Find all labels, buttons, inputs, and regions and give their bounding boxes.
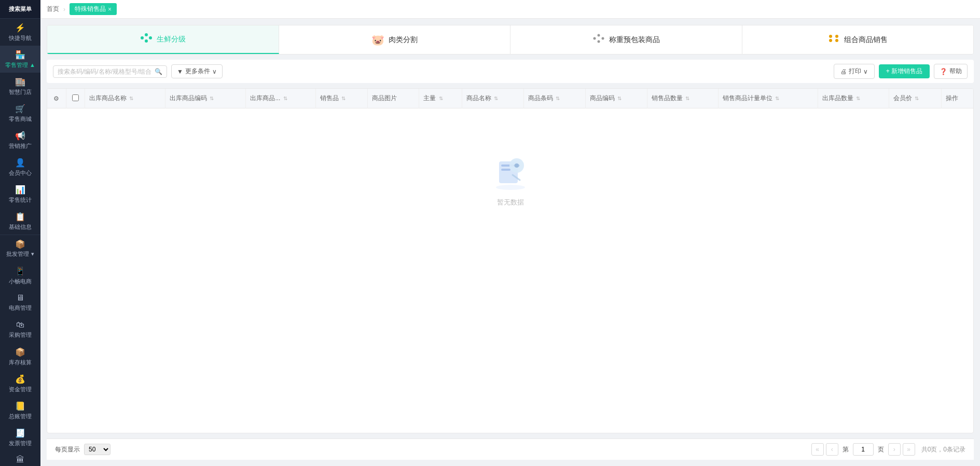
sidebar-item-label: 库存核算 (9, 359, 32, 366)
svg-point-11 (835, 39, 838, 42)
toolbar-right: 🖨 打印 ∨ + 新增销售品 ❓ 帮助 (834, 64, 968, 79)
active-tab[interactable]: 特殊销售品 × (70, 3, 117, 15)
th-gear[interactable]: ⚙ (47, 89, 66, 108)
svg-point-4 (593, 37, 596, 40)
last-page-button[interactable]: » (903, 443, 915, 456)
page-input[interactable] (853, 443, 874, 456)
next-page-button[interactable]: › (888, 443, 901, 456)
active-tab-label: 特殊销售品 (75, 5, 106, 13)
page-label: 页 (878, 445, 884, 454)
sidebar-item-smart-store[interactable]: 🏬 智慧门店 (0, 73, 40, 100)
sort-out-qty[interactable]: ⇅ (856, 95, 860, 101)
sidebar-item-label: 资金管理 (9, 386, 32, 393)
tab-fresh-grade-label: 生鲜分级 (157, 35, 186, 44)
per-page-select[interactable]: 50 20 100 200 (84, 444, 111, 455)
sidebar-item-retail-mgmt[interactable]: 🏪 零售管理 ▲ (0, 46, 40, 73)
th-out-qty: 出库品数量 ⇅ (818, 89, 889, 108)
pagination-bar: 每页显示 50 20 100 200 « ‹ 第 页 › » 共0页，0条记录 (47, 438, 974, 460)
svg-point-17 (515, 163, 519, 168)
sidebar-item-label: 批发管理 ▾ (6, 250, 34, 258)
first-page-button[interactable]: « (811, 443, 824, 456)
sidebar-item-mini-ecom[interactable]: 📱 小畅电商 (0, 262, 40, 289)
sidebar-item-tax[interactable]: 🏛 税务管理 (0, 451, 40, 466)
finance-icon: 💰 (15, 374, 25, 384)
sort-sale-qty[interactable]: ⇅ (685, 95, 689, 101)
prev-page-button[interactable]: ‹ (826, 443, 838, 456)
th-sale-qty: 销售品数量 ⇅ (647, 89, 718, 108)
quick-nav-icon: ⚡ (15, 23, 25, 33)
th-check[interactable] (66, 89, 85, 108)
tab-weight-prepack-label: 称重预包装商品 (609, 35, 660, 45)
main-content: 首页 › 特殊销售品 × 生鲜分级 (40, 0, 980, 466)
help-button[interactable]: ❓ 帮助 (934, 64, 968, 79)
sidebar-item-basic-info[interactable]: 📋 基础信息 (0, 208, 40, 235)
sort-member-price[interactable]: ⇅ (915, 95, 919, 101)
sidebar-item-label: 基础信息 (9, 223, 32, 231)
gear-icon: ⚙ (53, 95, 59, 102)
print-label: 打印 (849, 67, 861, 76)
print-icon: 🖨 (840, 68, 847, 75)
sidebar-item-label: 智慧门店 (9, 88, 32, 96)
help-label: 帮助 (949, 67, 962, 76)
add-sale-item-button[interactable]: + 新增销售品 (879, 64, 930, 78)
svg-rect-15 (501, 169, 510, 171)
sidebar-item-inventory[interactable]: 📦 库存核算 (0, 343, 40, 370)
sidebar-item-ecom-mgmt[interactable]: 🖥 电商管理 (0, 289, 40, 316)
sidebar-item-wholesale-mgmt[interactable]: 📦 批发管理 ▾ (0, 235, 40, 262)
sort-out-code[interactable]: ⇅ (210, 95, 214, 101)
filter-icon: ▼ (177, 68, 183, 75)
sidebar-item-label: 零售统计 (9, 196, 32, 204)
sidebar-item-purchase-mgmt[interactable]: 🛍 采购管理 (0, 316, 40, 343)
type-tabs: 生鲜分级 🐷 肉类分割 称重预包装商品 (47, 25, 974, 54)
sidebar-item-retail-mall[interactable]: 🛒 零售商城 (0, 100, 40, 127)
sidebar-item-invoice[interactable]: 🧾 发票管理 (0, 424, 40, 451)
close-tab-button[interactable]: × (108, 6, 112, 13)
sidebar-item-retail-stats[interactable]: 📊 零售统计 (0, 181, 40, 208)
tab-fresh-grade[interactable]: 生鲜分级 (47, 25, 279, 54)
search-input[interactable] (58, 68, 153, 75)
th-operation: 操作 (941, 89, 973, 108)
tab-meat-cut-label: 肉类分割 (389, 35, 418, 45)
retail-stats-icon: 📊 (15, 185, 25, 195)
sidebar-item-sales-promo[interactable]: 📢 营销推广 (0, 127, 40, 154)
sidebar-item-quick-nav[interactable]: ⚡ 快捷导航 (0, 19, 40, 46)
sidebar-item-finance[interactable]: 💰 资金管理 (0, 370, 40, 397)
filter-button[interactable]: ▼ 更多条件 ∨ (171, 64, 223, 78)
data-table: ⚙ 出库商品名称 ⇅ 出库商品编码 ⇅ (47, 89, 973, 249)
sort-sale-item[interactable]: ⇅ (341, 95, 346, 101)
sort-product-name[interactable]: ⇅ (494, 95, 498, 101)
th-sale-unit: 销售商品计量单位 ⇅ (718, 89, 818, 108)
page-label-pre: 第 (843, 445, 849, 454)
sales-promo-icon: 📢 (15, 131, 25, 141)
member-center-icon: 👤 (15, 158, 25, 168)
search-box[interactable]: 🔍 (53, 65, 167, 78)
tab-weight-prepack[interactable]: 称重预包装商品 (510, 25, 742, 54)
th-out-name: 出库商品名称 ⇅ (85, 89, 165, 108)
svg-point-6 (601, 37, 604, 40)
svg-point-12 (496, 185, 525, 190)
sidebar-item-label: 采购管理 (9, 331, 32, 339)
sort-sale-unit[interactable]: ⇅ (775, 95, 779, 101)
smart-store-icon: 🏬 (15, 77, 25, 87)
sort-out-name[interactable]: ⇅ (129, 95, 133, 101)
sidebar-item-member-center[interactable]: 👤 会员中心 (0, 154, 40, 181)
th-product-name: 商品名称 ⇅ (462, 89, 523, 108)
th-out-spec: 出库商品... ⇅ (246, 89, 315, 108)
tab-meat-cut[interactable]: 🐷 肉类分割 (279, 25, 511, 54)
sidebar-item-label: 营销推广 (9, 142, 32, 150)
sort-main-weight[interactable]: ⇅ (439, 95, 443, 101)
sidebar-logo[interactable]: 搜索菜单 (0, 0, 40, 19)
sidebar-item-label: 会员中心 (9, 169, 32, 177)
svg-point-7 (597, 40, 600, 43)
sort-out-spec[interactable]: ⇅ (283, 95, 287, 101)
select-all-checkbox[interactable] (72, 94, 79, 101)
tab-combo[interactable]: 组合商品销售 (742, 25, 974, 54)
sidebar-item-label: 小畅电商 (9, 278, 32, 285)
th-sale-item: 销售品 ⇅ (315, 89, 368, 108)
print-button[interactable]: 🖨 打印 ∨ (834, 64, 875, 79)
empty-state: 暂无数据 (47, 108, 973, 249)
breadcrumb-home[interactable]: 首页 (47, 5, 59, 13)
sidebar-item-accounting[interactable]: 📒 总账管理 (0, 397, 40, 424)
sort-product-code[interactable]: ⇅ (617, 95, 622, 101)
sort-barcode[interactable]: ⇅ (556, 95, 560, 101)
